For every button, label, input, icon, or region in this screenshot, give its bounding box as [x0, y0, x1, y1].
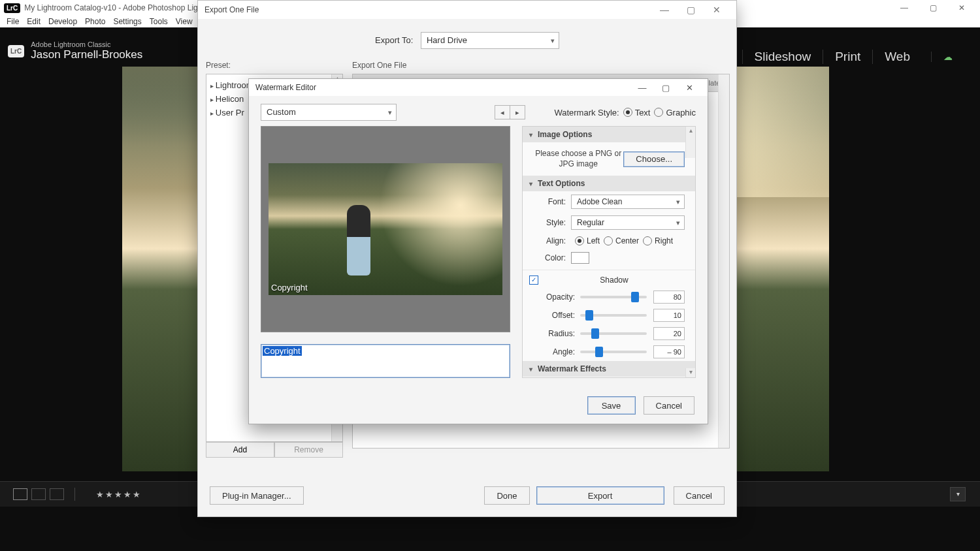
- minimize-icon[interactable]: —: [890, 3, 919, 12]
- preview-nav: ◂ ▸: [495, 105, 525, 119]
- export-maximize-icon[interactable]: ▢: [678, 5, 704, 15]
- app-window: LrC My Lightroom Catalog-v10 - Adobe Pho…: [0, 0, 980, 551]
- menu-view[interactable]: View: [172, 17, 197, 26]
- choose-image-button[interactable]: Choose...: [623, 151, 685, 167]
- angle-label: Angle:: [529, 347, 575, 356]
- rating-stars[interactable]: ★★★★★: [96, 490, 142, 499]
- done-button[interactable]: Done: [484, 486, 529, 505]
- menu-settings[interactable]: Settings: [109, 17, 145, 26]
- plugin-manager-button[interactable]: Plug-in Manager...: [210, 486, 304, 505]
- offset-value[interactable]: 10: [653, 309, 685, 322]
- font-dropdown[interactable]: Adobe Clean: [571, 195, 685, 209]
- opacity-value[interactable]: 80: [653, 291, 685, 304]
- angle-slider[interactable]: [580, 351, 647, 353]
- angle-value[interactable]: – 90: [653, 345, 685, 358]
- font-label: Font:: [529, 197, 566, 206]
- save-button[interactable]: Save: [587, 396, 636, 415]
- export-dialog-titlebar: Export One File — ▢ ✕: [198, 1, 736, 19]
- opacity-label: Opacity:: [529, 292, 575, 302]
- module-web[interactable]: Web: [872, 50, 922, 64]
- opacity-slider[interactable]: [580, 296, 647, 298]
- survey-view-icon[interactable]: [50, 488, 64, 500]
- preset-add-button[interactable]: Add: [206, 442, 274, 458]
- watermark-editor-dialog: Watermark Editor — ▢ ✕ Custom ◂ ▸ Waterm…: [248, 78, 708, 424]
- module-print[interactable]: Print: [823, 50, 872, 64]
- prev-image-icon[interactable]: ◂: [495, 106, 510, 119]
- export-close-icon[interactable]: ✕: [704, 5, 730, 15]
- align-center-radio[interactable]: Center: [604, 236, 639, 245]
- watermark-preset-dropdown[interactable]: Custom: [261, 104, 397, 121]
- next-image-icon[interactable]: ▸: [510, 106, 525, 119]
- menu-photo[interactable]: Photo: [81, 17, 109, 26]
- style-graphic-radio[interactable]: Graphic: [654, 108, 696, 118]
- image-choose-message: Please choose a PNG or JPG image: [533, 149, 623, 169]
- watermark-text-value: Copyright: [263, 346, 302, 356]
- preset-remove-button: Remove: [274, 442, 343, 458]
- product-name: Adobe Lightroom Classic: [31, 40, 142, 48]
- section-image-options[interactable]: Image Options: [523, 127, 695, 142]
- options-scroll-up-icon[interactable]: ▴: [685, 127, 695, 158]
- color-swatch[interactable]: [571, 252, 589, 264]
- watermark-dialog-titlebar: Watermark Editor — ▢ ✕: [249, 79, 708, 96]
- menu-file[interactable]: File: [3, 17, 23, 26]
- radius-label: Radius:: [529, 329, 575, 338]
- font-style-dropdown[interactable]: Regular: [571, 215, 685, 230]
- style-text-radio[interactable]: Text: [623, 108, 651, 118]
- radius-slider[interactable]: [580, 332, 647, 335]
- user-name: Jason Parnell-Brookes: [31, 48, 142, 61]
- shadow-checkbox[interactable]: [529, 276, 538, 285]
- menu-develop[interactable]: Develop: [44, 17, 81, 26]
- radius-value[interactable]: 20: [653, 327, 685, 340]
- preview-watermark-text: Copyright: [271, 283, 308, 292]
- offset-label: Offset:: [529, 311, 575, 320]
- cloud-sync-icon[interactable]: ☁: [931, 52, 964, 62]
- menu-tools[interactable]: Tools: [146, 17, 172, 26]
- watermark-dialog-title: Watermark Editor: [255, 83, 316, 92]
- export-to-dropdown[interactable]: Hard Drive: [421, 32, 559, 49]
- offset-slider[interactable]: [580, 314, 647, 317]
- compare-view-icon[interactable]: [31, 488, 46, 500]
- align-left-radio[interactable]: Left: [575, 236, 600, 245]
- divider: [74, 488, 75, 501]
- shadow-label: Shadow: [544, 276, 685, 285]
- export-button[interactable]: Export: [536, 486, 664, 505]
- wm-minimize-icon[interactable]: —: [630, 83, 654, 93]
- export-cancel-button[interactable]: Cancel: [674, 486, 725, 505]
- section-text-options[interactable]: Text Options: [523, 176, 695, 191]
- watermark-style-label: Watermark Style:: [554, 108, 619, 118]
- options-scroll-down-icon[interactable]: ▾: [685, 368, 695, 377]
- grid-view-icon[interactable]: [13, 488, 27, 500]
- wm-maximize-icon[interactable]: ▢: [654, 83, 678, 93]
- close-icon[interactable]: ✕: [947, 3, 976, 12]
- filmstrip-expand-icon[interactable]: ▾: [950, 487, 966, 501]
- export-to-label: Export To:: [375, 35, 413, 45]
- identity-plate: LrC Adobe Lightroom Classic Jason Parnel…: [0, 40, 142, 61]
- app-icon: LrC: [4, 3, 20, 13]
- watermark-text-input[interactable]: Copyright: [261, 344, 510, 378]
- settings-scrollbar[interactable]: [718, 74, 729, 448]
- font-style-label: Style:: [529, 218, 566, 227]
- maximize-icon[interactable]: ▢: [919, 3, 947, 12]
- align-label: Align:: [529, 236, 566, 245]
- preset-header: Preset:: [206, 61, 343, 70]
- main-window-title: My Lightroom Catalog-v10 - Adobe Photosh…: [24, 3, 216, 12]
- watermark-cancel-button[interactable]: Cancel: [644, 396, 694, 415]
- watermark-preview: Copyright: [261, 126, 510, 332]
- export-minimize-icon[interactable]: —: [651, 5, 678, 15]
- section-watermark-effects[interactable]: Watermark Effects: [523, 361, 695, 377]
- watermark-options-panel: ▴ Image Options Please choose a PNG or J…: [522, 126, 696, 378]
- wm-close-icon[interactable]: ✕: [678, 83, 701, 93]
- lrc-badge-icon: LrC: [8, 45, 24, 57]
- preview-subject: [347, 205, 370, 276]
- export-dialog-title: Export One File: [204, 5, 259, 14]
- menu-edit[interactable]: Edit: [23, 17, 44, 26]
- color-label: Color:: [529, 253, 566, 262]
- settings-header: Export One File: [352, 61, 730, 70]
- module-slideshow[interactable]: Slideshow: [742, 50, 823, 64]
- align-right-radio[interactable]: Right: [643, 236, 673, 245]
- preview-image: Copyright: [269, 163, 502, 295]
